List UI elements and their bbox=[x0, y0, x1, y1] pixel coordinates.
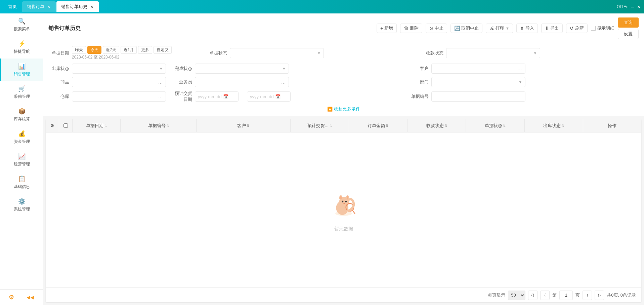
th-receipt-status[interactable]: 收款状态 ⇅ bbox=[407, 119, 466, 132]
prev-page-btn[interactable]: ⟨ bbox=[540, 291, 550, 300]
sidebar-item-purchase-mgmt[interactable]: 🛒 采购管理 bbox=[0, 81, 43, 104]
collapse-bottom-icon[interactable]: ◀◀ bbox=[27, 295, 34, 300]
setting-button[interactable]: 设置 bbox=[618, 29, 639, 39]
print-label: 打印 bbox=[496, 25, 504, 31]
first-page-btn[interactable]: ⟨⟨ bbox=[528, 291, 538, 300]
sidebar-item-basic-info[interactable]: 📋 基础信息 bbox=[0, 171, 43, 194]
svg-point-9 bbox=[342, 201, 343, 201]
sidebar-item-quick-nav[interactable]: ⚡ 快捷导航 bbox=[0, 36, 43, 59]
date-btn-more[interactable]: 更多 bbox=[138, 46, 152, 54]
date-btn-custom[interactable]: 自定义 bbox=[154, 46, 172, 54]
print-button[interactable]: 🖨 打印 ▼ bbox=[486, 24, 513, 33]
order-status-select[interactable]: ▼ bbox=[230, 48, 324, 58]
tab-sales-order[interactable]: 销售订单 ✕ bbox=[22, 1, 56, 12]
operations-icon: 📈 bbox=[18, 153, 26, 160]
sidebar-item-operations[interactable]: 📈 经营管理 bbox=[0, 149, 43, 171]
date-btn-7days[interactable]: 近7天 bbox=[103, 46, 119, 54]
tab-sales-order-history[interactable]: 销售订单历史 ✕ bbox=[56, 1, 99, 12]
refresh-button[interactable]: ↺ 刷新 bbox=[566, 24, 588, 33]
tab-sales-order-close[interactable]: ✕ bbox=[46, 4, 51, 9]
inventory-icon: 📦 bbox=[18, 108, 26, 115]
sidebar-item-capital[interactable]: 💰 资金管理 bbox=[0, 126, 43, 149]
last-page-btn[interactable]: ⟩⟩ bbox=[595, 291, 604, 300]
delivery-status-label: 出库状态 bbox=[48, 66, 72, 72]
minimize-btn[interactable]: ─ bbox=[631, 4, 634, 9]
delivery-status-select[interactable]: ▼ bbox=[72, 64, 166, 74]
settings-bottom-icon[interactable]: ⚙ bbox=[9, 294, 14, 301]
th-customer-label: 客户 bbox=[237, 123, 246, 129]
collapse-more[interactable]: 🔼 收起更多条件 bbox=[48, 106, 639, 112]
th-date-sort-icon: ⇅ bbox=[104, 124, 107, 127]
product-input[interactable]: ... bbox=[72, 77, 166, 87]
tab-sales-order-label: 销售订单 bbox=[27, 4, 44, 10]
filter-row-1: 单据日期 昨天 今天 近7天 近1月 更多 自定义 2023-06-02 至 2… bbox=[48, 46, 639, 60]
th-checkbox[interactable] bbox=[59, 119, 73, 132]
delivery-status-chevron: ▼ bbox=[159, 67, 163, 71]
svg-point-6 bbox=[347, 196, 348, 199]
sidebar-item-sales-mgmt[interactable]: 📊 销售管理 bbox=[0, 59, 43, 81]
th-delivery[interactable]: 预计交货... ⇅ bbox=[291, 119, 349, 132]
new-icon: + bbox=[380, 26, 383, 31]
calendar-to-icon: 📅 bbox=[275, 94, 281, 99]
page-word-2: 页 bbox=[575, 292, 580, 298]
query-button[interactable]: 查询 bbox=[618, 17, 639, 28]
sales-mgmt-icon: 📊 bbox=[18, 63, 26, 70]
sidebar-item-basic-info-label: 基础信息 bbox=[14, 184, 30, 190]
basic-info-icon: 📋 bbox=[18, 175, 26, 183]
sidebar-item-system[interactable]: ⚙️ 系统管理 bbox=[0, 194, 43, 216]
th-date[interactable]: 单据日期 ⇅ bbox=[73, 119, 121, 132]
th-delivery-status-label: 出库状态 bbox=[543, 123, 561, 129]
new-button[interactable]: + 新增 bbox=[377, 24, 397, 33]
svg-point-8 bbox=[345, 200, 347, 202]
th-amount-sort-icon: ⇅ bbox=[386, 124, 388, 127]
next-page-btn[interactable]: ⟩ bbox=[583, 291, 592, 300]
date-btn-1month[interactable]: 近1月 bbox=[121, 46, 137, 54]
expected-delivery-from[interactable]: yyyy-mm-dd 📅 bbox=[195, 91, 239, 102]
tab-sales-order-history-close[interactable]: ✕ bbox=[89, 4, 94, 9]
sidebar-item-capital-label: 资金管理 bbox=[14, 139, 30, 145]
date-btn-yesterday[interactable]: 昨天 bbox=[72, 46, 86, 54]
page-word: 第 bbox=[552, 292, 557, 298]
expected-delivery-from-text: yyyy-mm-dd bbox=[198, 94, 222, 99]
th-settings[interactable]: ⚙ bbox=[46, 119, 59, 132]
calendar-from-icon: 📅 bbox=[223, 94, 228, 99]
th-receipt-label: 收款状态 bbox=[426, 123, 444, 129]
department-select[interactable]: ▼ bbox=[431, 77, 525, 87]
close-btn[interactable]: ✕ bbox=[637, 4, 641, 9]
tab-home[interactable]: 首页 bbox=[3, 1, 22, 12]
th-order-status[interactable]: 单据状态 ⇅ bbox=[466, 119, 524, 132]
customer-input[interactable]: ... bbox=[431, 64, 525, 74]
page-size-select[interactable]: 50 10 20 100 bbox=[508, 291, 525, 300]
receipt-status-select[interactable]: ▼ bbox=[446, 48, 540, 58]
th-customer[interactable]: 客户 ⇅ bbox=[197, 119, 290, 132]
select-all-checkbox[interactable] bbox=[63, 123, 68, 128]
settings-icon: ⚙ bbox=[50, 123, 54, 128]
delete-button[interactable]: 🗑 删除 bbox=[400, 24, 422, 33]
th-order-status-sort-icon: ⇅ bbox=[503, 124, 506, 127]
cancel-stop-button[interactable]: 🔄 取消中止 bbox=[450, 24, 482, 33]
import-button[interactable]: ⬆ 导入 bbox=[516, 24, 538, 33]
stop-button[interactable]: ⊘ 中止 bbox=[426, 24, 447, 33]
page-header: 销售订单历史 + 新增 🗑 删除 ⊘ 中止 🔄 取消中止 bbox=[43, 13, 644, 42]
date-btn-today[interactable]: 今天 bbox=[87, 46, 101, 54]
order-no-input[interactable] bbox=[431, 91, 525, 102]
salesman-input[interactable]: ... bbox=[195, 77, 289, 87]
svg-point-4 bbox=[340, 196, 342, 199]
th-delivery-status[interactable]: 出库状态 ⇅ bbox=[525, 119, 583, 132]
completion-status-select[interactable]: ▼ bbox=[195, 64, 289, 74]
date-label: 单据日期 bbox=[48, 50, 72, 56]
warehouse-input[interactable]: ... bbox=[72, 91, 166, 102]
export-button[interactable]: ⬇ 导出 bbox=[541, 24, 563, 33]
display-detail-checkbox[interactable] bbox=[591, 26, 596, 31]
th-order-no[interactable]: 单据编号 ⇅ bbox=[121, 119, 197, 132]
expected-delivery-to[interactable]: yyyy-mm-dd 📅 bbox=[247, 91, 291, 102]
display-detail-toggle[interactable]: 显示明细 bbox=[591, 25, 614, 31]
sidebar-item-inventory[interactable]: 📦 库存核算 bbox=[0, 104, 43, 126]
sidebar-item-search-menu[interactable]: 🔍 搜索菜单 bbox=[0, 13, 43, 36]
page-number-input[interactable] bbox=[559, 291, 573, 300]
th-amount[interactable]: 订单金额 ⇅ bbox=[349, 119, 407, 132]
import-label: 导入 bbox=[525, 25, 534, 31]
salesman-label: 业务员 bbox=[171, 79, 195, 85]
empty-state: 暂无数据 bbox=[46, 132, 641, 288]
stop-label: 中止 bbox=[435, 25, 443, 31]
